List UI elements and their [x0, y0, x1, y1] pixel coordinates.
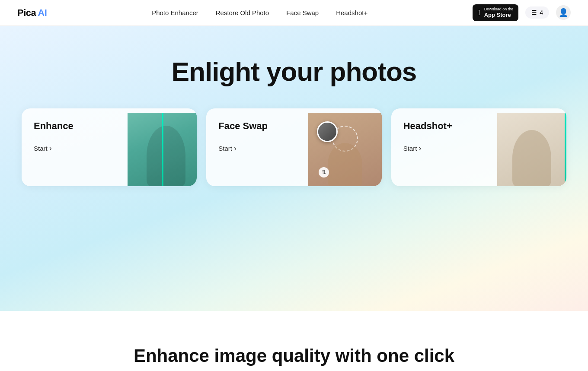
user-button[interactable]: 👤: [556, 5, 571, 20]
hero-title: Enlight your photos: [172, 56, 417, 87]
app-store-text: Download on the App Store: [484, 7, 514, 18]
person-silhouette: [147, 126, 185, 186]
credits-icon: ☰: [531, 9, 537, 16]
enhance-start-button[interactable]: Start: [34, 144, 52, 153]
face-swap-card-image: ⇅: [308, 113, 382, 186]
app-store-button[interactable]:  Download on the App Store: [473, 4, 518, 21]
swap-arrow-icon: ⇅: [319, 167, 329, 178]
headshot-img: [497, 113, 566, 186]
enhance-bg: [128, 113, 197, 186]
headshot-start-button[interactable]: Start: [403, 144, 422, 153]
headshot-card-image: [497, 113, 566, 186]
nav-right:  Download on the App Store ☰ 4 👤: [473, 4, 571, 21]
app-store-line2: App Store: [484, 12, 514, 19]
face-swap-start-button[interactable]: Start: [218, 144, 236, 153]
nav-headshot-plus[interactable]: Headshot+: [336, 9, 368, 16]
faceswap-person: [328, 143, 362, 186]
enhance-card-image: [128, 113, 197, 186]
apple-icon: : [478, 8, 481, 17]
face-swap-card: Face Swap Start: [206, 108, 381, 186]
headshot-highlight: [565, 113, 566, 186]
nav-photo-enhancer[interactable]: Photo Enhancer: [152, 9, 198, 16]
user-icon: 👤: [559, 8, 568, 17]
enhance-section: Enhance image quality with one click Ori…: [0, 311, 588, 371]
nav-links: Photo Enhancer Restore Old Photo Face Sw…: [152, 9, 368, 16]
overlay-face-fill: [318, 123, 336, 141]
enhance-img-inner: [128, 113, 197, 186]
enhance-img: [128, 113, 197, 186]
headshot-person: [512, 130, 551, 186]
cards-row: Enhance Start Face: [22, 108, 566, 186]
credits-button[interactable]: ☰ 4: [525, 6, 549, 19]
faceswap-img: ⇅: [308, 113, 382, 186]
split-line: [162, 113, 163, 186]
app-store-line1: Download on the: [484, 7, 514, 12]
nav-restore-old-photo[interactable]: Restore Old Photo: [216, 9, 269, 16]
enhance-card: Enhance Start: [22, 108, 197, 186]
navbar: Pica AI Photo Enhancer Restore Old Photo…: [0, 0, 588, 26]
headshot-card: Headshot+ Start: [391, 108, 566, 186]
hero-section: Enlight your photos Enhance Start: [0, 26, 588, 311]
credits-count: 4: [540, 9, 543, 16]
section2-title: Enhance image quality with one click: [17, 346, 571, 366]
logo[interactable]: Pica AI: [17, 7, 47, 19]
nav-face-swap[interactable]: Face Swap: [286, 9, 319, 16]
headshot-bg: [497, 113, 566, 186]
face-overlay: [317, 121, 338, 142]
